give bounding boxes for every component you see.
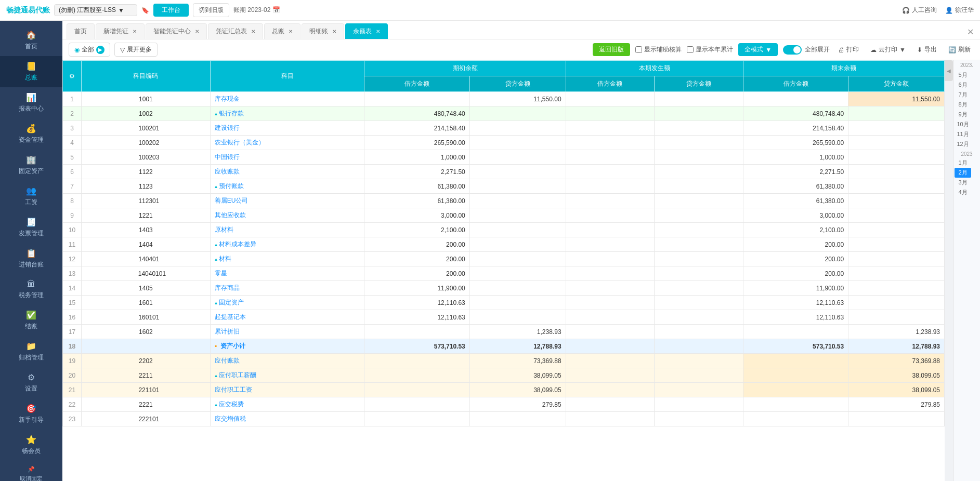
row-code: 100201 (82, 121, 211, 136)
bookmark-icon[interactable]: 🔖 (141, 7, 149, 14)
tab-detail-ledger-close[interactable]: ✕ (332, 29, 336, 34)
filter-all-button[interactable]: ◉ 全部 ▶ (69, 43, 110, 57)
sidebar-item-reports[interactable]: 📊 报表中心 (0, 87, 62, 118)
cp-credit-header: 贷方金额 (655, 76, 743, 92)
expand-all-switch[interactable] (783, 45, 802, 55)
user-name[interactable]: 👤 徐汪华 (945, 6, 974, 15)
month-5-prev[interactable]: 5月 (955, 70, 971, 80)
eb-header: 期末余额 (743, 61, 944, 76)
row-no: 8 (63, 194, 82, 208)
tab-voucher-summary-close[interactable]: ✕ (251, 29, 255, 34)
row-code: 1403 (82, 223, 211, 237)
sidebar-item-unfix[interactable]: 📌 取消固定 (0, 461, 62, 481)
show-ytd-checkbox[interactable]: 显示本年累计 (687, 45, 733, 54)
cloud-print-button[interactable]: ☁ 云打印 ▼ (867, 44, 909, 55)
month-9-prev[interactable]: 9月 (955, 110, 971, 119)
sidebar-guide-label: 新手引导 (19, 416, 44, 424)
show-aux-input[interactable] (635, 46, 642, 53)
month-7-prev[interactable]: 7月 (955, 90, 971, 100)
tab-voucher-summary-label: 凭证汇总表 (216, 27, 247, 36)
row-no: 7 (63, 179, 82, 194)
row-no: 12 (63, 252, 82, 266)
row-cp-debit (566, 296, 655, 310)
sidebar-item-invoices[interactable]: 🧾 发票管理 (0, 212, 62, 243)
month-3[interactable]: 3月 (955, 178, 971, 188)
sidebar-item-ledger[interactable]: 📒 总账 (0, 56, 62, 87)
filter-radio-icon: ◉ (74, 46, 80, 54)
row-code: 14040101 (82, 266, 211, 281)
row-ob-credit (469, 136, 566, 150)
row-name: 应收账款 (210, 165, 364, 179)
month-1[interactable]: 1月 (955, 158, 971, 168)
month-11-prev[interactable]: 11月 (955, 129, 971, 139)
expand-button[interactable]: ▽ 展开更多 (114, 43, 158, 57)
sidebar-item-member[interactable]: ⭐ 畅会员 (0, 430, 62, 461)
tab-balance-sheet[interactable]: 余额表 ✕ (345, 23, 388, 39)
name-col-header: 科目 (210, 61, 364, 92)
month-6-prev[interactable]: 6月 (955, 80, 971, 90)
sidebar-item-sales[interactable]: 📋 进销台账 (0, 243, 62, 274)
workbench-button[interactable]: 工作台 (153, 4, 189, 17)
row-eb-credit (848, 281, 945, 296)
sidebar-item-payroll[interactable]: 👥 工资 (0, 181, 62, 212)
month-2[interactable]: 2月 (955, 168, 971, 178)
month-4[interactable]: 4月 (955, 188, 971, 197)
show-ytd-input[interactable] (687, 46, 694, 53)
row-eb-credit (848, 106, 945, 121)
row-eb-credit: 11,550.00 (848, 92, 945, 106)
old-version-button[interactable]: 切到旧版 (193, 3, 229, 17)
tab-close-all[interactable]: ✕ (965, 25, 976, 39)
row-ob-credit: 11,550.00 (469, 92, 566, 106)
expand-all-toggle[interactable]: 全部展开 (783, 45, 830, 55)
tab-smart-voucher[interactable]: 智能凭证中心 ✕ (146, 23, 207, 39)
refresh-button[interactable]: 🔄 刷新 (945, 44, 974, 55)
return-old-version-button[interactable]: 返回旧版 (593, 43, 630, 56)
month-8-prev[interactable]: 8月 (955, 100, 971, 110)
panel-toggle[interactable]: ◀ (945, 60, 953, 81)
tab-smart-voucher-close[interactable]: ✕ (195, 29, 199, 34)
row-cp-debit (566, 121, 655, 136)
row-eb-debit (743, 383, 848, 397)
print-button[interactable]: 🖨 打印 (835, 44, 862, 55)
tab-balance-sheet-close[interactable]: ✕ (376, 29, 380, 34)
cloud-print-icon: ☁ (870, 46, 877, 54)
tab-new-voucher-close[interactable]: ✕ (133, 29, 137, 34)
company-selector[interactable]: (勿删) 江西股至-LSS ▼ (54, 4, 137, 16)
sidebar-item-assets[interactable]: 🏢 固定资产 (0, 150, 62, 181)
row-name: 应交增值税 (210, 412, 364, 426)
reports-icon: 📊 (26, 92, 36, 102)
row-cp-debit (566, 106, 655, 121)
sidebar-item-archive[interactable]: 📁 归档管理 (0, 336, 62, 367)
row-ob-credit (469, 223, 566, 237)
row-eb-credit (848, 194, 945, 208)
sidebar-item-settings[interactable]: ⚙ 设置 (0, 367, 62, 398)
row-ob-credit (469, 237, 566, 252)
sidebar-item-guide[interactable]: 🎯 新手引导 (0, 398, 62, 430)
tab-general-ledger[interactable]: 总账 ✕ (264, 23, 300, 39)
tab-new-voucher-label: 新增凭证 (103, 27, 128, 36)
row-cp-debit (566, 397, 655, 412)
month-10-prev[interactable]: 10月 (955, 119, 971, 129)
tab-voucher-summary[interactable]: 凭证汇总表 ✕ (208, 23, 263, 39)
sidebar-item-closing[interactable]: ✅ 结账 (0, 305, 62, 336)
full-style-button[interactable]: 全模式 ▼ (738, 43, 778, 56)
export-button[interactable]: ⬇ 导出 (914, 44, 940, 55)
user-service[interactable]: 🎧 人工咨询 (902, 6, 937, 15)
sidebar-item-tax[interactable]: 🏛 税务管理 (0, 274, 62, 305)
show-aux-checkbox[interactable]: 显示辅助核算 (635, 45, 682, 54)
tab-general-ledger-close[interactable]: ✕ (289, 29, 293, 34)
sidebar-item-funds[interactable]: 💰 资金管理 (0, 118, 62, 150)
sidebar-archive-label: 归档管理 (19, 353, 44, 362)
sidebar-item-home[interactable]: 🏠 首页 (0, 25, 62, 56)
balance-table: ⚙ 科目编码 科目 期初余额 本期发生额 期末余额 借方金额 贷方金额 借方金额… (62, 60, 945, 426)
month-12-prev[interactable]: 12月 (955, 139, 971, 149)
closing-icon: ✅ (26, 310, 36, 320)
tab-detail-ledger[interactable]: 明细账 ✕ (302, 23, 344, 39)
row-cp-credit (655, 121, 743, 136)
tab-new-voucher[interactable]: 新增凭证 ✕ (96, 23, 145, 39)
row-eb-debit: 200.00 (743, 266, 848, 281)
row-eb-debit (743, 325, 848, 339)
tab-home[interactable]: 首页 (67, 23, 95, 39)
row-code: 1002 (82, 106, 211, 121)
row-no: 6 (63, 165, 82, 179)
